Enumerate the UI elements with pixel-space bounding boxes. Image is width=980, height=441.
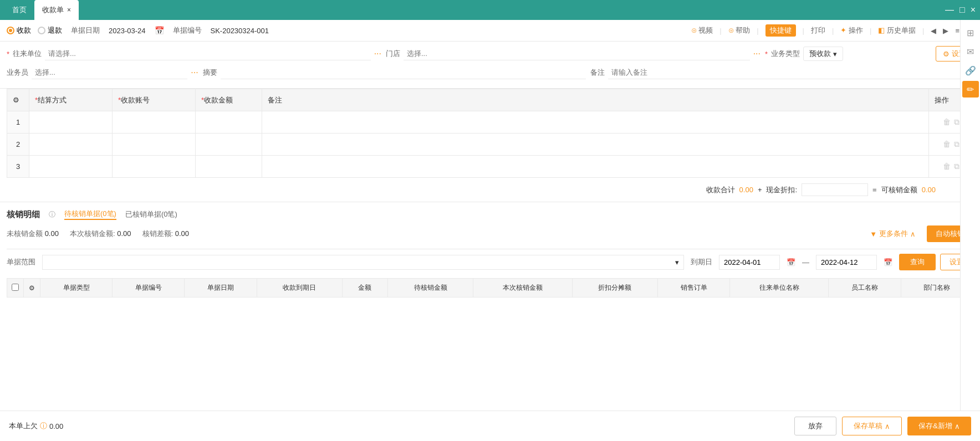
summary-input[interactable] (221, 66, 586, 79)
radio-collection[interactable]: 收款 (7, 25, 31, 35)
bill-date-label: 单据日期 (71, 25, 100, 35)
required-mark: * (7, 50, 9, 58)
remark-cell[interactable] (262, 156, 929, 178)
staff-input[interactable] (32, 66, 187, 79)
query-btn[interactable]: 查询 (899, 254, 936, 270)
tab-pending[interactable]: 待核销单据(0笔) (64, 209, 116, 220)
sidebar-link-icon[interactable]: 🔗 (962, 62, 979, 79)
biz-type-select[interactable]: 预收款 ▾ (803, 47, 843, 61)
diff-stat: 核销差额: 0.00 (142, 229, 190, 239)
maximize-btn[interactable]: □ (959, 5, 965, 15)
btn-operation[interactable]: ✦ 操作 (840, 25, 863, 35)
sidebar-table-icon[interactable]: ⊞ (962, 24, 979, 41)
delete-icon[interactable]: 🗑 (943, 162, 951, 171)
counterpart-label: 往来单位 (13, 49, 42, 59)
more-conditions-label: 更多条件 (879, 229, 908, 239)
radio-refund[interactable]: 退款 (38, 25, 62, 35)
table-row: 3 🗑 ⧉ (7, 156, 973, 178)
more-conditions-btn[interactable]: ▼ 更多条件 ∧ (870, 229, 916, 239)
account-cell[interactable] (113, 111, 196, 134)
minimize-btn[interactable]: — (945, 5, 954, 15)
date-label: 到期日 (691, 257, 712, 267)
col-remark-header: 备注 (262, 89, 929, 111)
net-value: 0.00 (922, 186, 936, 194)
range-select[interactable]: ▾ (42, 255, 684, 270)
close-btn[interactable]: × (971, 5, 976, 15)
radio-collection-label: 收款 (17, 25, 31, 35)
btn-history[interactable]: ◧ 历史单据 (878, 25, 916, 35)
btn-help[interactable]: ⊙ 帮助 (728, 25, 751, 35)
account-cell[interactable] (113, 156, 196, 178)
btn-print[interactable]: 打印 (811, 25, 825, 35)
remark-label: 备注 (590, 68, 605, 78)
this-cancel-value: 0.00 (117, 229, 131, 238)
remark-field: 备注 (590, 66, 973, 79)
staff-more-btn[interactable]: ··· (191, 68, 198, 78)
btn-video[interactable]: ⊙ 视频 (691, 25, 713, 35)
amount-cell[interactable] (196, 134, 262, 156)
layout-icon[interactable]: ≡ (955, 27, 959, 35)
footer: 本单上欠 ⓘ 0.00 放弃 保存草稿 ∧ 保存&新增 ∧ (0, 411, 980, 441)
delete-icon[interactable]: 🗑 (943, 140, 951, 149)
bottom-table: ⚙单据类型单据编号单据日期收款到期日金额待核销金额本次核销金额折扣分摊额销售订单… (7, 278, 973, 298)
date-from-input[interactable] (719, 255, 780, 270)
tab-done[interactable]: 已核销单据(0笔) (125, 209, 177, 219)
verify-title: 核销明细 (7, 209, 40, 220)
bottom-col-header: 本次核销金额 (473, 279, 572, 298)
row-num: 3 (7, 156, 29, 178)
row-num: 1 (7, 111, 29, 134)
date-to-input[interactable] (816, 255, 877, 270)
btn-shortcut[interactable]: 快捷键 (765, 24, 796, 37)
sidebar-mail-icon[interactable]: ✉ (962, 43, 979, 60)
save-btn[interactable]: 保存&新增 ∧ (907, 417, 971, 435)
discount-label: 现金折扣: (766, 185, 797, 195)
form-row-1: * 往来单位 ··· 门店 ··· * 业务类型 预收款 ▾ ⚙ 设置 (7, 46, 973, 61)
nav-prev-icon[interactable]: ◀ (931, 27, 936, 35)
settle-cell[interactable] (29, 111, 113, 134)
remark-cell[interactable] (262, 134, 929, 156)
amount-cell[interactable] (196, 156, 262, 178)
shop-input[interactable] (404, 47, 750, 60)
remark-input[interactable] (608, 66, 973, 79)
abandon-btn[interactable]: 放弃 (794, 417, 836, 435)
collection-table: ⚙ *结算方式 *收款账号 *收款金额 备注 操作 1 (7, 89, 973, 178)
tab-home[interactable]: 首页 (4, 0, 34, 20)
chevron-down-icon: ▾ (675, 258, 679, 266)
bottom-col-header: 待核销金额 (388, 279, 473, 298)
select-all-checkbox[interactable] (12, 284, 19, 291)
tab-active[interactable]: 收款单 × (34, 0, 79, 20)
calendar-from-icon[interactable]: 📅 (787, 258, 795, 266)
settle-cell[interactable] (29, 134, 113, 156)
counterpart-field: * 往来单位 ··· (7, 47, 381, 60)
calendar-icon[interactable]: 📅 (155, 26, 164, 35)
verify-info-icon[interactable]: ⓘ (49, 210, 55, 219)
row-num: 2 (7, 134, 29, 156)
delete-icon[interactable]: 🗑 (943, 117, 951, 127)
tab-bar: 首页 收款单 × — □ × (0, 0, 980, 20)
col-settings2[interactable]: ⚙ (24, 279, 40, 298)
sidebar-edit-icon[interactable]: ✏ (962, 81, 979, 98)
shop-more-btn[interactable]: ··· (753, 49, 760, 59)
checkbox-col[interactable] (7, 279, 24, 298)
amount-cell[interactable] (196, 111, 262, 134)
calendar-to-icon[interactable]: 📅 (884, 258, 892, 266)
draft-btn[interactable]: 保存草稿 ∧ (842, 417, 902, 435)
biz-type-label: 业务类型 (771, 49, 800, 59)
radio-refund-label: 退款 (48, 25, 62, 35)
copy-icon[interactable]: ⧉ (954, 117, 959, 127)
settle-cell[interactable] (29, 156, 113, 178)
copy-icon[interactable]: ⧉ (954, 162, 959, 171)
col-settings[interactable]: ⚙ (7, 89, 29, 111)
right-sidebar: ⊞ ✉ 🔗 ✏ (960, 20, 980, 441)
remark-cell[interactable] (262, 111, 929, 134)
nav-next-icon[interactable]: ▶ (943, 27, 948, 35)
counterpart-input[interactable] (45, 47, 371, 60)
account-cell[interactable] (113, 134, 196, 156)
total-label: 收款合计 (706, 185, 735, 195)
counterpart-more-btn[interactable]: ··· (374, 49, 381, 59)
footer-left: 本单上欠 ⓘ 0.00 (9, 421, 63, 431)
copy-icon[interactable]: ⧉ (954, 140, 959, 149)
tab-close-icon[interactable]: × (67, 6, 71, 14)
discount-input[interactable] (802, 183, 868, 196)
table-row: 1 🗑 ⧉ (7, 111, 973, 134)
